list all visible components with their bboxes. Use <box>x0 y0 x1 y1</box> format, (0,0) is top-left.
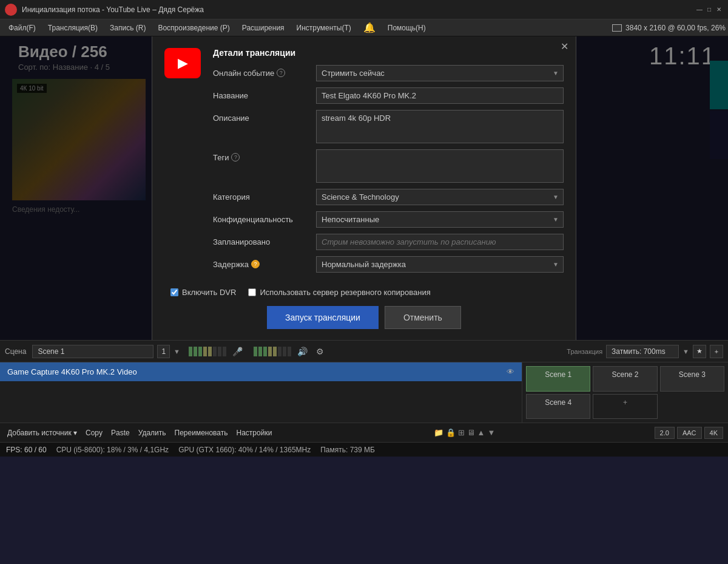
eye-icon[interactable]: 👁 <box>507 367 514 376</box>
scene-name-input[interactable] <box>32 345 153 358</box>
online-event-select[interactable]: Стримить сейчас <box>316 65 564 81</box>
fps-display: FPS: 60 / 60 <box>6 446 47 454</box>
delay-select[interactable]: Нормальный задержка <box>316 256 564 273</box>
category-row: Категория Science & Technology <box>213 189 564 205</box>
tags-input[interactable] <box>316 149 564 183</box>
menu-playback[interactable]: Воспроизведение (P) <box>152 21 235 35</box>
category-select[interactable]: Science & Technology <box>316 189 564 205</box>
scene-add-button[interactable]: + <box>593 394 657 420</box>
expand-icon[interactable]: ⊞ <box>458 428 465 437</box>
scene-button-4[interactable]: Scene 4 <box>526 394 590 420</box>
scene-button-3[interactable]: Scene 3 <box>660 366 724 392</box>
arrow-up-icon[interactable]: ▲ <box>477 428 485 437</box>
tags-row: Теги ? <box>213 149 564 183</box>
app-icon <box>5 4 17 16</box>
delay-help-icon[interactable]: ? <box>251 260 260 268</box>
monitor-source-icon[interactable]: 🖥 <box>467 428 475 437</box>
description-input[interactable]: stream 4k 60p HDR <box>316 110 564 143</box>
gpu-display: GPU (GTX 1660): 40% / 14% / 1365MHz <box>178 446 311 454</box>
modal-buttons: Запуск трансляции Отменить <box>164 306 564 329</box>
codec-aac-button[interactable]: AAC <box>677 427 702 439</box>
add-source-button[interactable]: Добавить источник ▾ <box>5 427 79 438</box>
codec-4k-button[interactable]: 4K <box>704 427 723 439</box>
copy-button[interactable]: Copy <box>83 427 105 438</box>
title-label: Название <box>213 87 310 100</box>
scheduled-input[interactable] <box>316 234 564 250</box>
dvr-checkbox-item[interactable]: Включить DVR <box>170 288 236 297</box>
category-label: Категория <box>213 189 310 202</box>
modal-header: Детали трансляции Онлайн событие ? Стрим… <box>164 48 564 279</box>
menu-help[interactable]: Помощь(H) <box>382 21 432 35</box>
status-bar: FPS: 60 / 60 CPU (i5-8600): 18% / 3% / 4… <box>0 442 728 457</box>
category-select-wrapper: Science & Technology <box>316 189 564 205</box>
backup-label: Использовать сервер резервного копирован… <box>260 288 430 297</box>
main-content: Видео / 256 Сорт. по: Название · 4 / 5 1… <box>0 36 728 340</box>
scenes-panel: Scene 1 Scene 2 Scene 3 Scene 4 + <box>522 362 728 423</box>
monitor-icon <box>612 24 622 32</box>
stream-form: Детали трансляции Онлайн событие ? Стрим… <box>213 48 564 279</box>
source-item[interactable]: Game Capture 4K60 Pro MK.2 Video 👁 <box>0 362 522 382</box>
menu-file[interactable]: Файл(F) <box>2 21 42 35</box>
privacy-select-wrapper: Непосчитанные <box>316 211 564 228</box>
mic-icon[interactable]: 🎤 <box>232 347 243 356</box>
scene-label: Сцена <box>5 347 26 356</box>
tags-help-icon[interactable]: ? <box>231 153 240 161</box>
delay-label: Задержка ? <box>213 256 310 269</box>
bar-3 <box>198 347 202 356</box>
menu-tools[interactable]: Инструменты(T) <box>291 21 357 35</box>
sources-toolbar: Добавить источник ▾ Copy Paste Удалить П… <box>0 423 728 442</box>
menu-record[interactable]: Запись (R) <box>104 21 152 35</box>
delay-row: Задержка ? Нормальный задержка <box>213 256 564 273</box>
maximize-button[interactable]: □ <box>705 5 713 14</box>
privacy-select[interactable]: Непосчитанные <box>316 211 564 228</box>
delete-button[interactable]: Удалить <box>136 427 169 438</box>
settings-button[interactable]: Настройки <box>234 427 275 438</box>
menu-bar: Файл(F) Трансляция(В) Запись (R) Воспрои… <box>0 19 728 36</box>
transition-input[interactable] <box>606 345 679 358</box>
youtube-logo <box>164 48 201 78</box>
scene-button-1[interactable]: Scene 1 <box>526 366 590 392</box>
rename-button[interactable]: Переименовать <box>172 427 231 438</box>
resolution-text: 3840 x 2160 @ 60,00 fps, 26% <box>625 24 726 32</box>
online-event-help-icon[interactable]: ? <box>277 69 285 77</box>
memory-display: Память: 739 МБ <box>320 446 375 454</box>
lock-icon[interactable]: 🔒 <box>446 428 456 437</box>
transition-add-button[interactable]: + <box>710 345 723 358</box>
close-button[interactable]: ✕ <box>715 5 723 14</box>
folder-icon[interactable]: 📁 <box>434 428 443 437</box>
transition-arrow-icon[interactable]: ▼ <box>682 348 689 355</box>
modal-close-button[interactable]: ✕ <box>561 41 568 52</box>
arrow-down-icon[interactable]: ▼ <box>174 348 180 355</box>
menu-broadcast[interactable]: Трансляция(В) <box>42 21 104 35</box>
toolbar-row: Сцена 1 ▼ 🎤 🔊 ⚙ <box>0 340 728 362</box>
rbar-5 <box>273 347 277 356</box>
description-label: Описание <box>213 110 310 123</box>
bottom-panel: Сцена 1 ▼ 🎤 🔊 ⚙ <box>0 340 728 457</box>
menu-help-icon: 🔔 <box>357 19 382 36</box>
audio-settings-icon[interactable]: ⚙ <box>316 347 324 356</box>
backup-checkbox-item[interactable]: Использовать сервер резервного копирован… <box>248 288 430 297</box>
delay-select-wrapper: Нормальный задержка <box>316 256 564 273</box>
bar-8 <box>223 347 226 356</box>
paste-button[interactable]: Paste <box>109 427 132 438</box>
codec-2-0-button[interactable]: 2.0 <box>655 427 675 439</box>
title-input[interactable] <box>316 87 564 104</box>
menu-extensions[interactable]: Расширения <box>236 21 291 35</box>
transition-config-button[interactable]: ★ <box>693 345 706 358</box>
dvr-checkbox[interactable] <box>170 288 178 296</box>
bar-2 <box>194 347 197 356</box>
backup-checkbox[interactable] <box>248 288 256 296</box>
modal-overlay: ✕ Детали трансляции Онлайн событие ? <box>0 36 728 340</box>
minimize-button[interactable]: — <box>695 5 704 14</box>
arrow-down-source-icon[interactable]: ▼ <box>487 428 495 437</box>
online-event-label: Онлайн событие ? <box>213 65 310 78</box>
tags-label: Теги ? <box>213 149 310 162</box>
scene-button-2[interactable]: Scene 2 <box>593 366 657 392</box>
rbar-7 <box>283 347 286 356</box>
cancel-button[interactable]: Отменить <box>385 306 461 329</box>
sources-row: Game Capture 4K60 Pro MK.2 Video 👁 Scene… <box>0 362 728 423</box>
scheduled-row: Запланировано <box>213 234 564 250</box>
start-stream-button[interactable]: Запуск трансляции <box>267 306 379 329</box>
volume-icon[interactable]: 🔊 <box>297 347 308 356</box>
bar-4 <box>203 347 207 356</box>
